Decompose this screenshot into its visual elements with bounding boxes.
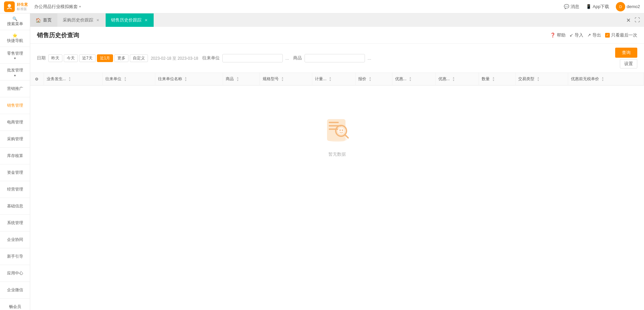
sidebar-item-finance[interactable]: 资金管理: [0, 164, 30, 181]
goods-input[interactable]: [305, 54, 365, 62]
tab-home[interactable]: 🏠 首页: [30, 13, 57, 27]
sort-icon-quantity: ▲▼: [492, 76, 495, 82]
col-unit[interactable]: 计量... ▲▼: [312, 73, 356, 86]
export-button[interactable]: ↗ 导出: [587, 32, 601, 38]
empty-text: 暂无数据: [328, 151, 346, 157]
sidebar-item-ecommerce[interactable]: 电商管理: [0, 114, 30, 131]
sort-icon-discount2: ▲▼: [452, 76, 455, 82]
sidebar-item-marketing[interactable]: 营销推广: [0, 81, 30, 97]
goods-dots-button[interactable]: ...: [368, 56, 371, 61]
checkbox-checked-icon: ✓: [605, 33, 610, 38]
settings-icon: ⚙: [35, 77, 39, 82]
home-icon: 🏠: [36, 18, 41, 23]
message-button[interactable]: 💬 消息: [564, 4, 579, 10]
sidebar-item-quick-nav[interactable]: ⭐ 快捷导航: [0, 30, 30, 47]
help-icon: ❓: [550, 33, 555, 38]
empty-illustration: [320, 112, 354, 146]
sidebar-item-operation[interactable]: 经营管理: [0, 181, 30, 198]
date-more[interactable]: 更多: [114, 54, 128, 62]
col-settings[interactable]: ⚙: [30, 73, 44, 86]
import-button[interactable]: ↙ 导入: [570, 32, 583, 38]
col-goods[interactable]: 商品 ▲▼: [223, 73, 260, 86]
partner-input[interactable]: [222, 54, 283, 62]
logo-icon: [4, 1, 15, 12]
col-discount1[interactable]: 优惠... ▲▼: [392, 73, 435, 86]
settings-button[interactable]: 设置: [620, 59, 637, 68]
tab-purchase-history[interactable]: 采购历史价跟踪 ✕: [57, 13, 106, 27]
col-discount2[interactable]: 优惠... ▲▼: [435, 73, 479, 86]
help-button[interactable]: ❓ 帮助: [550, 32, 566, 38]
title-actions: ❓ 帮助 ↙ 导入 ↗ 导出 ✓ 只看最后一次: [550, 32, 637, 38]
sidebar-item-inventory[interactable]: 库存核算: [0, 148, 30, 164]
date-7days[interactable]: 近7天: [79, 54, 96, 62]
sidebar-item-purchase[interactable]: 采购管理: [0, 131, 30, 148]
chevron-down-icon: ▾: [79, 5, 81, 8]
sidebar-item-search[interactable]: 🔍 搜索菜单: [0, 13, 30, 30]
top-header: 好生意 标准版 办公用品行业模拟账套 ▾ 💬 消息 📱 App下载 D demo…: [0, 0, 644, 13]
sort-icon-goods: ▲▼: [236, 76, 239, 82]
sidebar-item-sales[interactable]: 销售管理: [0, 97, 30, 114]
date-today[interactable]: 今天: [64, 54, 78, 62]
col-trade-type[interactable]: 交易类型 ▲▼: [516, 73, 568, 86]
query-button[interactable]: 查询: [615, 48, 637, 58]
chevron-down-icon-retail: ▾: [14, 56, 16, 60]
sidebar-item-system[interactable]: 系统管理: [0, 215, 30, 231]
app-selector[interactable]: 办公用品行业模拟账套 ▾: [34, 4, 564, 10]
date-custom[interactable]: 自定义: [130, 54, 148, 62]
page-content: 销售历史价查询 ❓ 帮助 ↙ 导入 ↗ 导出 ✓: [30, 27, 644, 310]
last-one-checkbox[interactable]: ✓ 只看最后一次: [605, 32, 637, 38]
date-1month[interactable]: 近1月: [97, 54, 113, 62]
col-pretax-price[interactable]: 优惠前无税单价 ▲▼: [568, 73, 644, 86]
date-range-display: 2023-02-18 至 2023-03-18: [151, 56, 198, 61]
close-sales-tab-icon[interactable]: ✕: [144, 18, 148, 22]
sort-icon-quoted-price: ▲▼: [369, 76, 372, 82]
date-label: 日期: [37, 55, 46, 61]
sidebar-item-retail[interactable]: 零售管理 ▾: [0, 47, 30, 64]
sidebar-item-guide[interactable]: 新手引导: [0, 248, 30, 265]
col-partner-code[interactable]: 往来单位 ▲▼: [103, 73, 155, 86]
sidebar-item-member[interactable]: 畅会员: [0, 299, 30, 310]
svg-point-0: [8, 4, 11, 7]
partner-filter-group: 往来单位 ...: [202, 54, 289, 62]
sidebar-item-basic[interactable]: 基础信息: [0, 198, 30, 215]
col-quantity[interactable]: 数量 ▲▼: [479, 73, 516, 86]
sort-icon-discount1: ▲▼: [409, 76, 412, 82]
svg-point-9: [339, 130, 341, 131]
close-purchase-tab-icon[interactable]: ✕: [95, 18, 100, 22]
sort-icon-unit: ▲▼: [329, 76, 332, 82]
date-yesterday[interactable]: 昨天: [48, 54, 62, 62]
user-profile[interactable]: D demo2: [616, 2, 640, 11]
sidebar: 🔍 搜索菜单 ⭐ 快捷导航 零售管理 ▾ 批发管理 ▴ 营销推广 销售管理 电商…: [0, 13, 30, 310]
star-icon: ⭐: [12, 33, 17, 38]
goods-filter-group: 商品 ...: [293, 54, 371, 62]
sidebar-item-wechat[interactable]: 企业微信: [0, 282, 30, 299]
col-biz-date[interactable]: 业务发生... ▲▼: [44, 73, 103, 86]
header-right: 💬 消息 📱 App下载 D demo2: [564, 2, 640, 11]
maximize-window-button[interactable]: ⛶: [633, 16, 641, 24]
tabs-bar: 🏠 首页 采购历史价跟踪 ✕ 销售历史价跟踪 ✕ ✕ ⛶: [30, 13, 644, 27]
app-download-button[interactable]: 📱 App下载: [586, 4, 609, 10]
col-quoted-price[interactable]: 报价 ▲▼: [356, 73, 392, 86]
tabs-right-actions: ✕ ⛶: [625, 16, 644, 25]
table-container: ⚙ 业务发生... ▲▼ 往来单位 ▲▼ 往来单位名称: [30, 73, 644, 184]
export-icon: ↗: [587, 33, 591, 38]
col-partner-name[interactable]: 往来单位名称 ▲▼: [155, 73, 223, 86]
app-name: 办公用品行业模拟账套: [34, 4, 78, 10]
partner-dots-button[interactable]: ...: [285, 56, 289, 61]
sort-icon-pretax-price: ▲▼: [601, 76, 604, 82]
main-layout: 🔍 搜索菜单 ⭐ 快捷导航 零售管理 ▾ 批发管理 ▴ 营销推广 销售管理 电商…: [0, 13, 644, 310]
message-icon: 💬: [564, 4, 569, 9]
tab-sales-history[interactable]: 销售历史价跟踪 ✕: [106, 13, 154, 27]
chevron-up-icon-wholesale: ▴: [14, 73, 16, 77]
close-window-button[interactable]: ✕: [625, 16, 632, 25]
sort-icon-trade-type: ▲▼: [537, 76, 540, 82]
empty-state: 暂无数据: [30, 86, 644, 184]
date-options: 昨天 今天 近7天 近1月 更多 自定义: [48, 54, 148, 62]
sidebar-item-corp[interactable]: 企业协同: [0, 231, 30, 248]
col-spec[interactable]: 规格型号 ▲▼: [260, 73, 312, 86]
sidebar-item-wholesale[interactable]: 批发管理 ▴: [0, 64, 30, 81]
goods-label: 商品: [293, 55, 302, 61]
svg-point-7: [338, 127, 344, 134]
search-icon: 🔍: [12, 16, 17, 21]
sidebar-item-apps[interactable]: 应用中心: [0, 265, 30, 282]
